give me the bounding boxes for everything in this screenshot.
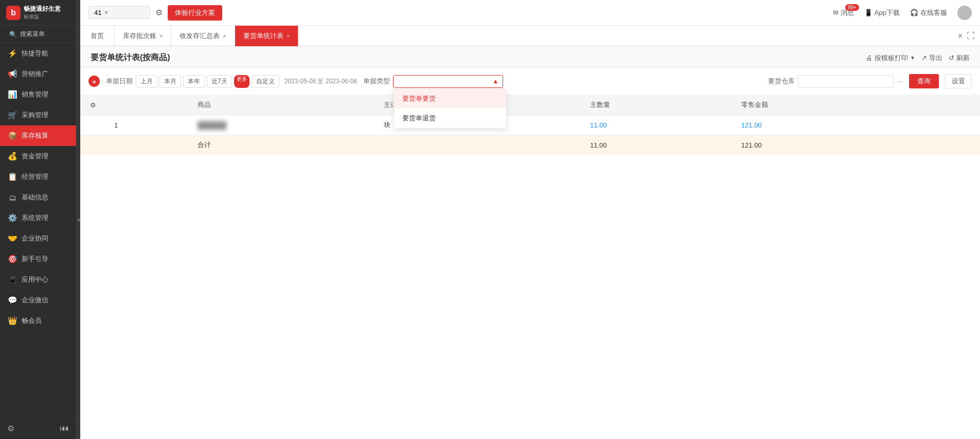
total-empty-3 (376, 135, 582, 155)
sidebar-item-label: 营销推广 (22, 69, 48, 79)
date-btn-last-month[interactable]: 上月 (136, 75, 157, 88)
search-label: 搜索菜单 (20, 30, 45, 39)
message-btn[interactable]: ✉ 消息 99+ (833, 8, 854, 17)
page-header: 要货单统计表(按商品) 🖨 按模板打印 ▼ ↗ 导出 ↺ 刷新 (80, 46, 980, 68)
col-settings[interactable]: ⚙ (80, 95, 106, 115)
export-icon: ↗ (921, 54, 927, 62)
warehouse-more-btn[interactable]: ··· (897, 77, 903, 85)
row-product: ██████ (189, 115, 375, 135)
type-select-arrow[interactable]: ▲ (488, 78, 503, 85)
sidebar-item-base-info[interactable]: 🗂 基础信息 (0, 187, 76, 208)
print-label: 按模板打印 (875, 53, 908, 63)
sidebar-item-enterprise[interactable]: 🤝 企业协同 (0, 228, 76, 249)
row-extra (912, 115, 980, 135)
refresh-btn[interactable]: ↺ 刷新 (949, 53, 970, 63)
sidebar-item-app-center[interactable]: 📱 应用中心 (0, 269, 76, 290)
sidebar-item-finance[interactable]: 💰 资金管理 (0, 146, 76, 167)
topbar-settings-icon[interactable]: ⚙ (155, 8, 163, 17)
export-label: 导出 (929, 53, 942, 63)
date-btn-7days[interactable]: 近7天 (207, 75, 232, 88)
warehouse-filter-group: 要货仓库 ··· (768, 75, 903, 88)
date-btn-this-month[interactable]: 本月 (159, 75, 181, 88)
sidebar-item-label: 销售管理 (22, 90, 48, 99)
wechat-icon: 💬 (7, 295, 17, 305)
col-extra (912, 95, 980, 115)
dropdown-item-order[interactable]: 要货单要货 (394, 89, 506, 108)
print-icon: 🖨 (866, 54, 872, 62)
print-btn[interactable]: 🖨 按模板打印 ▼ (866, 53, 915, 63)
row-no: 1 (106, 115, 189, 135)
sidebar-item-system[interactable]: ⚙️ 系统管理 (0, 208, 76, 228)
trial-btn[interactable]: 体验行业方案 (168, 5, 222, 21)
tab-receive-summary-label: 收发存汇总表 (180, 31, 220, 41)
tab-receive-summary-close[interactable]: × (223, 33, 226, 39)
sidebar-item-quick-nav[interactable]: ⚡ 快捷导航 (0, 43, 76, 64)
sidebar-item-guide[interactable]: 🎯 新手引导 (0, 249, 76, 269)
row-amount: 121.00 (733, 115, 912, 135)
sidebar-item-operations[interactable]: 📋 经营管理 (0, 167, 76, 187)
col-no (106, 95, 189, 115)
purchase-icon: 🛒 (7, 110, 17, 120)
filter-settings-btn[interactable]: 设置 (945, 74, 972, 88)
date-btn-this-year[interactable]: 本年 (183, 75, 205, 88)
type-select-input[interactable] (394, 76, 488, 87)
col-product: 商品 (189, 95, 375, 115)
tab-inventory-batch[interactable]: 库存批次账 × (115, 26, 171, 46)
query-btn[interactable]: 查询 (909, 74, 939, 88)
col-amount: 零售金额 (733, 95, 912, 115)
app-subtitle: 标准版 (24, 13, 61, 21)
total-quantity: 11.00 (582, 135, 733, 155)
page-title: 要货单统计表(按商品) (91, 52, 170, 63)
guide-icon: 🎯 (7, 254, 17, 264)
date-custom-btn[interactable]: 自定义 (252, 75, 279, 88)
user-avatar[interactable] (957, 6, 972, 20)
sidebar-item-member[interactable]: 👑 畅会员 (0, 310, 76, 331)
table-settings-icon[interactable]: ⚙ (90, 101, 96, 109)
logo-icon: b (6, 6, 21, 20)
type-dropdown-menu: 要货单要货 要货单退货 (394, 88, 507, 129)
sidebar-item-label: 快捷导航 (22, 49, 48, 58)
page-content: 要货单统计表(按商品) 🖨 按模板打印 ▼ ↗ 导出 ↺ 刷新 (80, 46, 980, 439)
quick-nav-icon: ⚡ (7, 48, 17, 59)
date-filter-label: 单据日期 (106, 77, 133, 86)
warehouse-input[interactable] (798, 75, 894, 88)
export-btn[interactable]: ↗ 导出 (921, 53, 942, 63)
sidebar-item-label: 畅会员 (22, 316, 42, 325)
app-name: 畅捷通好生意 (24, 5, 61, 13)
sidebar-item-label: 应用中心 (22, 275, 48, 284)
table-wrapper: ⚙ 商品 主计量单位 主数量 零售金额 1 (80, 95, 980, 155)
app-download-btn[interactable]: 📱 App下载 (864, 8, 900, 17)
tab-home-label: 首页 (91, 31, 104, 41)
app-download-label: App下载 (875, 8, 900, 17)
type-select[interactable]: ▲ 要货单要货 要货单退货 (393, 75, 503, 88)
date-more-badge[interactable]: 更多 (234, 75, 250, 88)
sidebar-item-marketing[interactable]: 📢 营销推广 (0, 64, 76, 84)
tabs-fullscreen-btn[interactable]: ⛶ (967, 31, 975, 41)
tab-order-summary[interactable]: 要货单统计表 × (235, 26, 298, 46)
tab-inventory-batch-close[interactable]: × (159, 33, 163, 39)
dropdown-item-return[interactable]: 要货单退货 (394, 108, 506, 128)
finance-icon: 💰 (7, 151, 17, 161)
sidebar-settings-btn[interactable]: ⚙ (7, 424, 14, 433)
message-icon: ✉ (833, 9, 839, 16)
search-menu[interactable]: 🔍 搜索菜单 (0, 26, 76, 43)
tab-home[interactable]: 首页 (80, 26, 115, 46)
total-amount: 121.00 (733, 135, 912, 155)
base-info-icon: 🗂 (7, 192, 17, 203)
tab-order-summary-close[interactable]: × (287, 33, 290, 39)
sidebar-item-label: 采购管理 (22, 111, 48, 120)
sidebar-item-inventory[interactable]: 📦 库存核算 (0, 125, 76, 146)
total-empty-1 (80, 135, 106, 155)
online-service-btn[interactable]: 🎧 在线客服 (910, 8, 947, 17)
tab-receive-summary[interactable]: 收发存汇总表 × (171, 26, 235, 46)
tabs-close-all-btn[interactable]: × (958, 31, 963, 41)
filter-expand-btn[interactable]: » (88, 76, 100, 87)
logo-text: 畅捷通好生意 标准版 (24, 5, 61, 21)
sidebar-collapse-btn[interactable]: ⏮ (60, 423, 69, 434)
search-icon: 🔍 (9, 31, 17, 38)
sidebar-item-wechat[interactable]: 💬 企业微信 (0, 290, 76, 310)
store-selector[interactable]: 41 ▼ (88, 6, 150, 19)
sidebar-collapse-handle[interactable] (76, 0, 80, 439)
sidebar-item-purchase[interactable]: 🛒 采购管理 (0, 105, 76, 125)
sidebar-item-sales[interactable]: 📊 销售管理 (0, 84, 76, 105)
